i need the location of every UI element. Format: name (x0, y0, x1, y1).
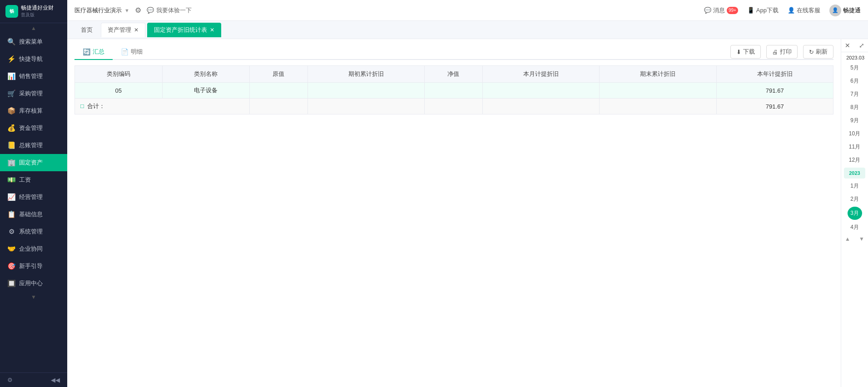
sidebar-scroll: ▲ 🔍 搜索菜单 ⚡ 快捷导航 📊 销售管理 🛒 采购管理 📦 库存核算 💰 资… (0, 23, 67, 372)
sidebar-item-fixed[interactable]: 🏢 固定资产 (0, 154, 67, 171)
tab-depreciation-label: 固定资产折旧统计表 (154, 26, 207, 34)
sidebar-item-apps[interactable]: 🔲 应用中心 (0, 275, 67, 292)
topbar-right: 💬 消息 99+ 📱 App下载 👤 在线客服 👤 畅捷通 (704, 5, 861, 16)
tab-home[interactable]: 首页 (74, 23, 99, 37)
print-btn[interactable]: 🖨 打印 (766, 45, 798, 59)
sidebar-item-inventory[interactable]: 📦 库存核算 (0, 102, 67, 119)
sidebar-item-purchase[interactable]: 🛒 采购管理 (0, 85, 67, 102)
sidebar-item-sales[interactable]: 📊 销售管理 (0, 68, 67, 85)
cell-monthly (482, 83, 600, 99)
sidebar-item-label: 搜索菜单 (19, 38, 43, 46)
fixed-icon: 🏢 (7, 159, 15, 167)
refresh-icon: ↻ (809, 49, 814, 55)
table-row: 05 电子设备 791.67 (75, 83, 833, 99)
tab-depreciation-close[interactable]: ✕ (210, 27, 214, 33)
search-icon: 🔍 (7, 38, 15, 46)
message-btn[interactable]: 💬 消息 99+ (704, 6, 738, 15)
sidebar-logo: 畅 (5, 5, 18, 18)
service-label: 在线客服 (797, 6, 820, 15)
online-service-btn[interactable]: 👤 在线客服 (788, 6, 820, 15)
col-monthly: 本月计提折旧 (482, 66, 600, 83)
month-2[interactable]: 2月 (841, 193, 868, 206)
month-1[interactable]: 1月 (841, 179, 868, 193)
right-panel-expand-btn[interactable]: ⤢ (859, 42, 864, 49)
sidebar-item-label: 工资 (19, 176, 31, 184)
app-download-btn[interactable]: 📱 App下载 (747, 6, 779, 15)
sidebar: 畅 畅捷通好业财 普及版 ▲ 🔍 搜索菜单 ⚡ 快捷导航 📊 销售管理 🛒 采购… (0, 0, 67, 387)
sidebar-item-salary[interactable]: 💵 工资 (0, 171, 67, 189)
col-end-accum: 期末累计折旧 (600, 66, 717, 83)
sidebar-scroll-down[interactable]: ▼ (0, 292, 67, 302)
message-label: 消息 (713, 6, 725, 15)
col-yearly: 本年计提折旧 (716, 66, 833, 83)
tab-depreciation[interactable]: 固定资产折旧统计表 ✕ (147, 23, 221, 37)
subtab-detail[interactable]: 📄 明细 (113, 45, 151, 60)
right-panel-header: ✕ ⤢ (841, 39, 868, 52)
sidebar-item-ledger[interactable]: 📒 总账管理 (0, 137, 67, 154)
user-label: 畅捷通 (843, 6, 861, 15)
cell-original (250, 83, 308, 99)
sidebar-scroll-up[interactable]: ▲ (0, 23, 67, 33)
year-label: 2023.03 (841, 52, 868, 61)
topbar-settings-btn[interactable]: ⚙ (135, 6, 141, 15)
month-4[interactable]: 4月 (841, 221, 868, 234)
sidebar-item-search[interactable]: 🔍 搜索菜单 (0, 33, 67, 50)
tab-assets-close[interactable]: ✕ (134, 27, 139, 33)
month-3-active[interactable]: 3月 (848, 207, 862, 220)
sidebar-collapse-btn[interactable]: ◀◀ (51, 377, 60, 383)
cell-yearly: 791.67 (716, 83, 833, 99)
month-10[interactable]: 10月 (841, 127, 868, 140)
sidebar-item-basicinfo[interactable]: 📋 基础信息 (0, 206, 67, 223)
sidebar-title: 畅捷通好业财 (21, 5, 54, 12)
sidebar-item-operations[interactable]: 📈 经营管理 (0, 189, 67, 206)
quicknav-icon: ⚡ (7, 55, 15, 63)
download-btn[interactable]: ⬇ 下载 (730, 45, 761, 59)
nav-down-btn[interactable]: ▼ (859, 236, 864, 242)
main-area: 医疗器械行业演示 ▼ ⚙ 💬 我要体验一下 💬 消息 99+ 📱 App下载 👤… (67, 0, 868, 387)
collab-icon: 🤝 (7, 245, 15, 253)
right-panel-close-btn[interactable]: ✕ (845, 42, 850, 49)
summary-icon: 🔄 (83, 48, 90, 55)
sidebar-item-funds[interactable]: 💰 资金管理 (0, 119, 67, 137)
sidebar-item-guide[interactable]: 🎯 新手引导 (0, 258, 67, 275)
table-header-row: 类别编码 类别名称 原值 期初累计折旧 净值 本月计提折旧 期末累计折旧 本年计… (75, 66, 833, 83)
sidebar-settings-btn[interactable]: ⚙ (7, 377, 13, 383)
nav-up-btn[interactable]: ▲ (845, 236, 850, 242)
topbar-experience-btn[interactable]: 💬 我要体验一下 (147, 6, 192, 15)
guide-icon: 🎯 (7, 262, 15, 270)
detail-icon: 📄 (121, 48, 129, 55)
topbar-user[interactable]: 👤 畅捷通 (829, 5, 861, 16)
subtotal-icon: □ (80, 103, 84, 109)
subtab-summary[interactable]: 🔄 汇总 (74, 45, 113, 60)
sidebar-footer: ⚙ ◀◀ (0, 372, 67, 387)
month-11[interactable]: 11月 (841, 140, 868, 154)
sidebar-header: 畅 畅捷通好业财 普及版 (0, 0, 67, 23)
tab-assets[interactable]: 资产管理 ✕ (101, 23, 145, 37)
print-label: 打印 (780, 48, 792, 56)
service-icon: 👤 (788, 7, 795, 14)
col-code: 类别编码 (75, 66, 163, 83)
sidebar-item-label: 企业协同 (19, 245, 43, 253)
month-5[interactable]: 5月 (841, 61, 868, 74)
topbar-company[interactable]: 医疗器械行业演示 ▼ (74, 6, 129, 15)
sidebar-item-collab[interactable]: 🤝 企业协同 (0, 240, 67, 258)
table-wrap: 类别编码 类别名称 原值 期初累计折旧 净值 本月计提折旧 期末累计折旧 本年计… (74, 65, 833, 382)
print-icon: 🖨 (772, 49, 778, 55)
refresh-btn[interactable]: ↻ 刷新 (803, 45, 833, 59)
right-panel-nav: ▲ ▼ (841, 234, 868, 244)
month-8[interactable]: 8月 (841, 101, 868, 114)
cell-end-accum (600, 83, 717, 99)
operations-icon: 📈 (7, 193, 15, 201)
ledger-icon: 📒 (7, 141, 15, 149)
inventory-icon: 📦 (7, 107, 15, 115)
sidebar-item-label: 销售管理 (19, 72, 43, 80)
month-9[interactable]: 9月 (841, 114, 868, 127)
month-12[interactable]: 12月 (841, 154, 868, 167)
col-name: 类别名称 (162, 66, 250, 83)
apps-icon: 🔲 (7, 279, 15, 288)
month-7[interactable]: 7月 (841, 88, 868, 101)
app-download-icon: 📱 (747, 7, 754, 14)
sidebar-item-system[interactable]: ⚙ 系统管理 (0, 223, 67, 240)
month-6[interactable]: 6月 (841, 74, 868, 88)
sidebar-item-quicknav[interactable]: ⚡ 快捷导航 (0, 50, 67, 68)
